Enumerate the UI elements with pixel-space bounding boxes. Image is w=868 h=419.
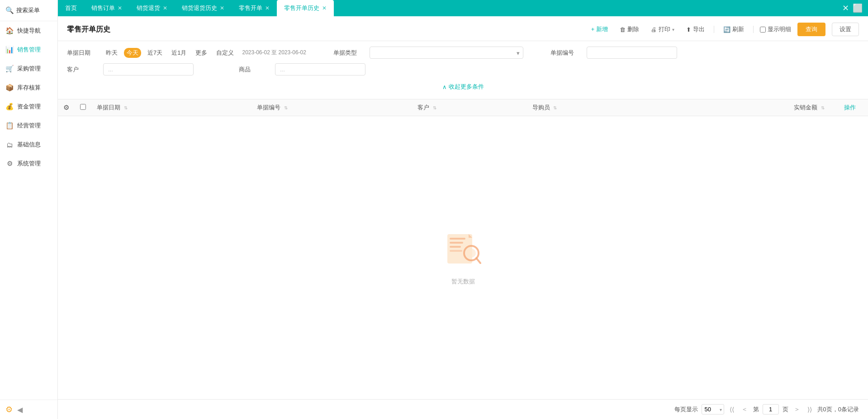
sort-icon-customer: ⇅ bbox=[433, 105, 436, 110]
tab-sales-order[interactable]: 销售订单 ✕ bbox=[84, 0, 129, 16]
sidebar-search[interactable]: 🔍 搜索采单 bbox=[0, 0, 57, 21]
th-customer[interactable]: 客户 ⇅ bbox=[412, 99, 527, 116]
sidebar-item-label: 库存核算 bbox=[17, 84, 41, 92]
th-no[interactable]: 单据编号 ⇅ bbox=[251, 99, 412, 116]
sidebar-item-label: 采购管理 bbox=[17, 65, 41, 73]
th-customer-label: 客户 bbox=[417, 104, 429, 111]
date-btn-more[interactable]: 更多 bbox=[193, 48, 210, 58]
sort-icon-date: ⇅ bbox=[124, 105, 128, 110]
sidebar-item-label: 销售管理 bbox=[17, 46, 41, 54]
show-detail-toggle[interactable]: 显示明细 bbox=[760, 25, 791, 33]
tab-retail-open-history[interactable]: 零售开单历史 ✕ bbox=[277, 0, 334, 16]
sidebar-item-purchase-mgmt[interactable]: 🛒 采购管理 bbox=[0, 59, 57, 78]
sidebar-item-label: 经营管理 bbox=[17, 122, 41, 130]
show-detail-label: 显示明细 bbox=[768, 25, 791, 33]
tab-close-icon[interactable]: ✕ bbox=[322, 5, 327, 11]
sidebar-item-label: 快捷导航 bbox=[17, 27, 41, 35]
tab-label: 零售开单 bbox=[239, 4, 262, 12]
th-date[interactable]: 单据日期 ⇅ bbox=[91, 99, 251, 116]
add-label: + 新增 bbox=[591, 25, 608, 33]
refresh-button[interactable]: 🔄 刷新 bbox=[721, 24, 747, 35]
add-button[interactable]: + 新增 bbox=[588, 24, 611, 35]
main-content: 首页 销售订单 ✕ 销货退货 ✕ 销货退货历史 ✕ 零售开单 ✕ 零售开单历史 … bbox=[58, 0, 868, 419]
th-salesperson[interactable]: 导购员 ⇅ bbox=[527, 99, 664, 116]
export-icon: ⬆ bbox=[686, 26, 691, 33]
tab-label: 销货退货 bbox=[137, 4, 160, 12]
tab-close-icon[interactable]: ✕ bbox=[118, 5, 122, 11]
table-settings-icon[interactable]: ⚙ bbox=[63, 104, 69, 111]
tab-close-icon[interactable]: ✕ bbox=[163, 5, 167, 11]
sidebar-item-quick-nav[interactable]: 🏠 快捷导航 bbox=[0, 21, 57, 40]
date-btn-yesterday[interactable]: 昨天 bbox=[103, 48, 120, 58]
window-close-icon[interactable]: ✕ bbox=[842, 3, 849, 13]
footer-collapse-icon[interactable]: ◀ bbox=[17, 405, 23, 414]
product-input[interactable]: ... bbox=[275, 63, 365, 75]
tab-close-icon[interactable]: ✕ bbox=[220, 5, 224, 11]
prev-page-btn[interactable]: ＜ bbox=[740, 405, 749, 414]
filter-row-2: 客户 ... 商品 ... bbox=[67, 63, 859, 75]
delete-label: 删除 bbox=[627, 25, 639, 33]
query-button[interactable]: 查询 bbox=[797, 23, 825, 36]
last-page-btn[interactable]: ⟩⟩ bbox=[806, 405, 814, 414]
delete-button[interactable]: 🗑 删除 bbox=[617, 24, 642, 35]
date-btn-last1month[interactable]: 近1月 bbox=[169, 48, 189, 58]
settings-button[interactable]: 设置 bbox=[832, 23, 859, 36]
sidebar-item-label: 系统管理 bbox=[17, 160, 41, 168]
sidebar-item-base-info[interactable]: 🗂 基础信息 bbox=[0, 135, 57, 154]
footer-settings-icon[interactable]: ⚙ bbox=[5, 405, 13, 414]
first-page-btn[interactable]: ⟨⟨ bbox=[728, 405, 736, 414]
date-btn-last7[interactable]: 近7天 bbox=[145, 48, 165, 58]
empty-icon bbox=[441, 230, 486, 270]
sidebar-item-operations[interactable]: 📋 经营管理 bbox=[0, 116, 57, 135]
next-page-btn[interactable]: ＞ bbox=[792, 405, 802, 414]
search-icon: 🔍 bbox=[5, 6, 14, 14]
doc-type-select[interactable] bbox=[370, 47, 523, 59]
toolbar: + 新增 🗑 删除 🖨 打印 ▾ ⬆ 导出 🔄 刷新 bbox=[588, 23, 859, 36]
window-restore-icon[interactable]: ⬜ bbox=[853, 3, 863, 13]
sidebar-item-sys-mgmt[interactable]: ⚙ 系统管理 bbox=[0, 154, 57, 173]
svg-rect-4 bbox=[450, 250, 462, 252]
select-all-checkbox[interactable] bbox=[80, 104, 86, 110]
tab-sales-return[interactable]: 销货退货 ✕ bbox=[129, 0, 175, 16]
sidebar-item-label: 资金管理 bbox=[17, 103, 41, 111]
th-no-label: 单据编号 bbox=[257, 104, 280, 111]
filter-area: 单据日期 昨天 今天 近7天 近1月 更多 自定义 2023-06-02 至 2… bbox=[58, 41, 868, 99]
th-salesperson-label: 导购员 bbox=[532, 104, 550, 111]
tab-close-icon[interactable]: ✕ bbox=[265, 5, 270, 11]
product-placeholder: ... bbox=[280, 66, 285, 73]
customer-input[interactable]: ... bbox=[103, 63, 194, 75]
toolbar-divider-2 bbox=[753, 26, 754, 33]
sidebar-item-inventory[interactable]: 📦 库存核算 bbox=[0, 78, 57, 97]
sidebar-search-label: 搜索采单 bbox=[16, 6, 40, 14]
sidebar-item-sales-mgmt[interactable]: 📊 销售管理 bbox=[0, 40, 57, 59]
quick-nav-icon: 🏠 bbox=[5, 27, 14, 35]
purchase-mgmt-icon: 🛒 bbox=[5, 65, 14, 73]
empty-text: 暂无数据 bbox=[451, 278, 475, 286]
doc-no-input[interactable] bbox=[587, 47, 677, 59]
collapse-label: 收起更多条件 bbox=[449, 83, 484, 91]
tab-home[interactable]: 首页 bbox=[58, 0, 84, 16]
base-info-icon: 🗂 bbox=[5, 141, 14, 149]
doc-no-label: 单据编号 bbox=[550, 49, 578, 57]
tab-sales-return-history[interactable]: 销货退货历史 ✕ bbox=[175, 0, 232, 16]
pagination: 每页显示 50 100 200 ⟨⟨ ＜ 第 页 ＞ ⟩⟩ 共0页，0条记录 bbox=[58, 399, 868, 419]
collapse-more-btn[interactable]: ∧ 收起更多条件 bbox=[67, 80, 859, 94]
current-page-input[interactable] bbox=[763, 404, 779, 414]
sidebar-item-finance[interactable]: 💰 资金管理 bbox=[0, 97, 57, 116]
show-detail-checkbox[interactable] bbox=[760, 27, 766, 33]
th-amount[interactable]: 实销金额 ⇅ bbox=[664, 99, 832, 116]
th-ops: 操作 bbox=[832, 99, 868, 116]
sort-icon-amount: ⇅ bbox=[821, 105, 825, 110]
refresh-icon: 🔄 bbox=[723, 26, 730, 33]
date-btn-custom[interactable]: 自定义 bbox=[213, 48, 237, 58]
print-button[interactable]: 🖨 打印 ▾ bbox=[648, 24, 677, 35]
date-btn-today[interactable]: 今天 bbox=[124, 48, 141, 58]
table-area: ⚙ 单据日期 ⇅ 单据编号 ⇅ bbox=[58, 99, 868, 399]
export-button[interactable]: ⬆ 导出 bbox=[683, 24, 707, 35]
sidebar: 🔍 搜索采单 🏠 快捷导航 📊 销售管理 🛒 采购管理 📦 库存核算 💰 资金管… bbox=[0, 0, 58, 419]
per-page-select[interactable]: 50 100 200 bbox=[702, 404, 724, 414]
sort-icon-salesperson: ⇅ bbox=[553, 105, 557, 110]
finance-icon: 💰 bbox=[5, 103, 14, 111]
sort-icon-no: ⇅ bbox=[284, 105, 288, 110]
tab-retail-open[interactable]: 零售开单 ✕ bbox=[232, 0, 277, 16]
